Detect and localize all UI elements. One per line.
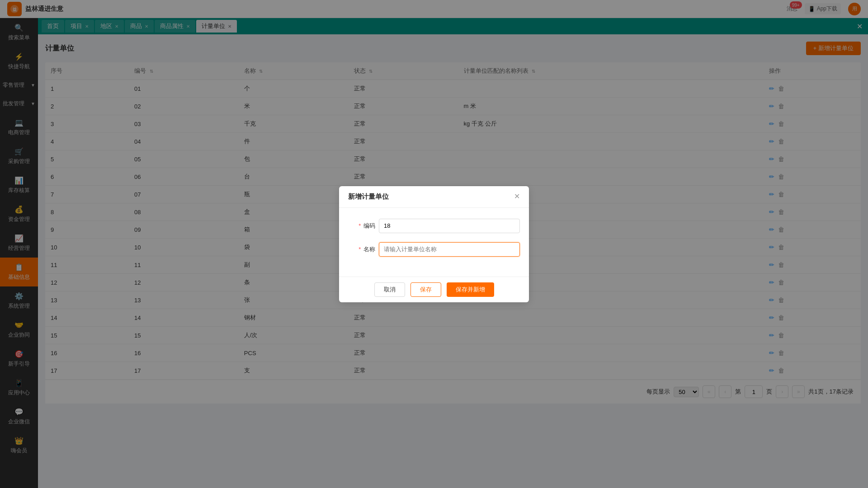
modal-overlay: 新增计量单位 ✕ * 编码 * 名称 取消 保存 保存并新增 bbox=[0, 0, 868, 488]
name-label: * 名称 bbox=[348, 245, 375, 253]
save-and-new-button[interactable]: 保存并新增 bbox=[447, 282, 494, 297]
add-unit-modal: 新增计量单位 ✕ * 编码 * 名称 取消 保存 保存并新增 bbox=[339, 186, 529, 302]
form-row-code: * 编码 bbox=[348, 219, 520, 233]
code-label: * 编码 bbox=[348, 222, 375, 230]
modal-close-btn[interactable]: ✕ bbox=[514, 193, 520, 200]
modal-title: 新增计量单位 bbox=[348, 192, 389, 201]
modal-body: * 编码 * 名称 bbox=[339, 208, 529, 277]
name-input[interactable] bbox=[379, 242, 520, 257]
cancel-button[interactable]: 取消 bbox=[374, 282, 405, 297]
modal-header: 新增计量单位 ✕ bbox=[339, 186, 529, 208]
code-input[interactable] bbox=[379, 219, 520, 233]
modal-footer: 取消 保存 保存并新增 bbox=[339, 277, 529, 302]
save-button[interactable]: 保存 bbox=[410, 282, 441, 297]
form-row-name: * 名称 bbox=[348, 242, 520, 257]
